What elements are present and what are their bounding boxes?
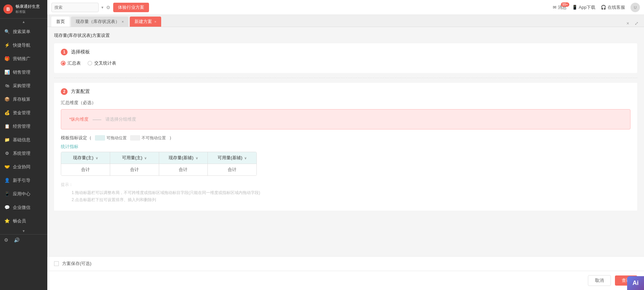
app-download-btn[interactable]: 📱 App下载 — [572, 4, 595, 10]
non-draggable-box — [130, 135, 140, 141]
window-controls: × ⤢ — [624, 20, 640, 27]
sidebar-item-marketing[interactable]: 🎁 营销推广 — [0, 52, 47, 66]
header-cell-1[interactable]: 可用量(主) ∨ — [110, 152, 159, 164]
sidebar-item-search[interactable]: 🔍 搜索菜单 — [0, 25, 47, 39]
tab-new-plan[interactable]: 新建方案 × — [130, 17, 161, 27]
header-chevron-3: ∨ — [244, 156, 247, 160]
main-area: ▾ ⚙ 体验行业方案 ✉ 消息 99+ 📱 App下载 🎧 在线客服 U — [47, 0, 644, 290]
header-label-1: 可用量(主) — [122, 155, 143, 161]
header-chevron-0: ∨ — [96, 156, 98, 160]
sidebar-item-quick-nav-label: 快捷导航 — [13, 42, 30, 48]
sidebar-item-sales-label: 销售管理 — [13, 69, 30, 75]
app-center-icon: 📱 — [4, 191, 10, 197]
cell-0-1: 合计 — [110, 164, 159, 175]
tip-1: 1.拖动标题栏可以调整布局，不可跨维度或指标区域拖动标目字段(只能在同一维度或指… — [61, 189, 630, 197]
sidebar-item-operations[interactable]: 📋 经营管理 — [0, 120, 47, 133]
stats-label: 统计指标 — [61, 144, 630, 150]
sidebar-item-purchase-label: 采购管理 — [13, 83, 30, 89]
header-cell-3[interactable]: 可用量(基辅) ∨ — [208, 152, 256, 164]
quick-nav-icon: ⚡ — [4, 42, 10, 48]
user-avatar[interactable]: U — [630, 3, 640, 12]
tips-title: 提示： — [61, 181, 630, 189]
step1-header: 1 选择模板 — [61, 49, 630, 55]
step2-header: 2 方案配置 — [61, 88, 630, 95]
sidebar-bottom: ⚙ 🔊 — [0, 234, 47, 245]
inventory-icon: 📦 — [4, 96, 10, 102]
tab-inventory-status[interactable]: 现存量（库存状况表） × — [71, 17, 128, 27]
sidebar-item-inventory-label: 库存核算 — [13, 96, 30, 102]
sidebar-item-app-center[interactable]: 📱 应用中心 — [0, 187, 47, 201]
tab-home[interactable]: 首页 — [51, 17, 70, 27]
sidebar-item-basic-info[interactable]: 📁 基础信息 — [0, 133, 47, 147]
cell-0-0: 合计 — [61, 164, 110, 175]
dimension-required: *纵向维度 — [69, 116, 89, 122]
radio-summary[interactable]: 汇总表 — [61, 60, 81, 66]
online-service-btn[interactable]: 🎧 在线客服 — [601, 4, 625, 10]
sidebar-item-system[interactable]: ⚙ 系统管理 — [0, 147, 47, 160]
metrics-table-header: 现存量(主) ∨ 可用量(主) ∨ 现存量(基辅) ∨ 可用量(基辅) ∨ — [61, 152, 256, 164]
sidebar-item-guide[interactable]: 👤 新手引导 — [0, 174, 47, 187]
dimension-placeholder: 请选择分组维度 — [105, 116, 136, 122]
volume-icon[interactable]: 🔊 — [14, 237, 20, 243]
draggable-legend: 可拖动位置 — [95, 135, 127, 141]
dimension-area[interactable]: *纵向维度 —— 请选择分组维度 — [61, 109, 630, 129]
dimension-dash: —— — [93, 117, 101, 122]
metrics-close-paren: ） — [169, 135, 174, 141]
sidebar-item-cooperation[interactable]: 🤝 企业协同 — [0, 160, 47, 174]
tab-new-plan-close-icon[interactable]: × — [154, 20, 156, 24]
header-cell-0[interactable]: 现存量(主) ∨ — [61, 152, 110, 164]
ai-button[interactable]: Ai — [627, 276, 644, 290]
sidebar-item-system-label: 系统管理 — [13, 150, 30, 156]
sidebar-item-quick-nav[interactable]: ⚡ 快捷导航 — [0, 39, 47, 52]
step1-title: 选择模板 — [71, 49, 90, 55]
tabbar: 首页 现存量（库存状况表） × 新建方案 × × ⤢ — [47, 15, 644, 27]
bottom-bar: 方案保存(可选) — [47, 256, 644, 271]
cell-0-3: 合计 — [208, 164, 256, 175]
sidebar-item-inventory[interactable]: 📦 库存核算 — [0, 93, 47, 106]
sidebar-item-guide-label: 新手引导 — [13, 177, 30, 184]
sidebar-item-marketing-label: 营销推广 — [13, 56, 30, 62]
sidebar-item-purchase[interactable]: 🛍 采购管理 — [0, 79, 47, 93]
topbar-search-input[interactable] — [51, 3, 99, 12]
service-icon: 🎧 — [601, 5, 606, 10]
search-nav-icon: 🔍 — [4, 29, 10, 35]
expand-window-icon[interactable]: ⤢ — [633, 20, 640, 27]
header-cell-2[interactable]: 现存量(基辅) ∨ — [159, 152, 208, 164]
tab-inventory-close-icon[interactable]: × — [122, 20, 124, 24]
sidebar-item-sales[interactable]: 📊 销售管理 — [0, 66, 47, 79]
wechat-icon: 💬 — [4, 204, 10, 211]
footer-actions: 取消 查询 — [47, 271, 644, 290]
cell-0-2: 合计 — [159, 164, 208, 175]
sidebar-item-wechat[interactable]: 💬 企业微信 — [0, 201, 47, 214]
topbar-dropdown-arrow[interactable]: ▾ — [101, 5, 103, 10]
sidebar-scroll-down[interactable]: ▼ — [0, 228, 47, 234]
draggable-box — [95, 135, 105, 141]
sidebar-item-cooperation-label: 企业协同 — [13, 164, 30, 170]
settings-icon[interactable]: ⚙ — [4, 237, 8, 243]
sidebar-item-finance[interactable]: 💰 资金管理 — [0, 106, 47, 120]
sidebar-item-member[interactable]: ⭐ 畅会员 — [0, 214, 47, 228]
trial-btn[interactable]: 体验行业方案 — [113, 3, 149, 12]
non-draggable-text: 不可拖动位置 — [142, 135, 166, 141]
message-btn[interactable]: ✉ 消息 99+ — [553, 4, 567, 10]
metrics-label-text: 模板指标设定（ — [61, 135, 92, 141]
purchase-icon: 🛍 — [4, 83, 10, 89]
message-icon: ✉ — [553, 5, 556, 10]
dimension-row: *纵向维度 —— 请选择分组维度 — [69, 116, 622, 122]
tips-section: 提示： 1.拖动标题栏可以调整布局，不可跨维度或指标区域拖动标目字段(只能在同一… — [61, 181, 630, 204]
template-radio-group: 汇总表 交叉统计表 — [61, 60, 630, 66]
sidebar-item-finance-label: 资金管理 — [13, 110, 30, 116]
sidebar-item-wechat-label: 企业微信 — [13, 204, 30, 211]
sidebar-scroll-up[interactable]: ▲ — [0, 19, 47, 25]
radio-cross[interactable]: 交叉统计表 — [88, 60, 116, 66]
metrics-label-row: 模板指标设定（ 可拖动位置 不可拖动位置 ） — [61, 135, 630, 141]
content-area: 现存量(库存状况表)方案设置 1 选择模板 汇总表 交叉统计表 — [47, 27, 644, 256]
save-checkbox[interactable] — [54, 261, 59, 266]
sidebar-logo: B 畅康通好生意 标准版 — [0, 0, 47, 19]
cooperation-icon: 🤝 — [4, 164, 10, 170]
cancel-button[interactable]: 取消 — [588, 275, 611, 286]
sidebar-item-operations-label: 经营管理 — [13, 123, 30, 129]
topbar-gear-icon[interactable]: ⚙ — [106, 5, 110, 10]
sidebar-item-member-label: 畅会员 — [13, 218, 26, 224]
close-window-icon[interactable]: × — [624, 20, 631, 27]
